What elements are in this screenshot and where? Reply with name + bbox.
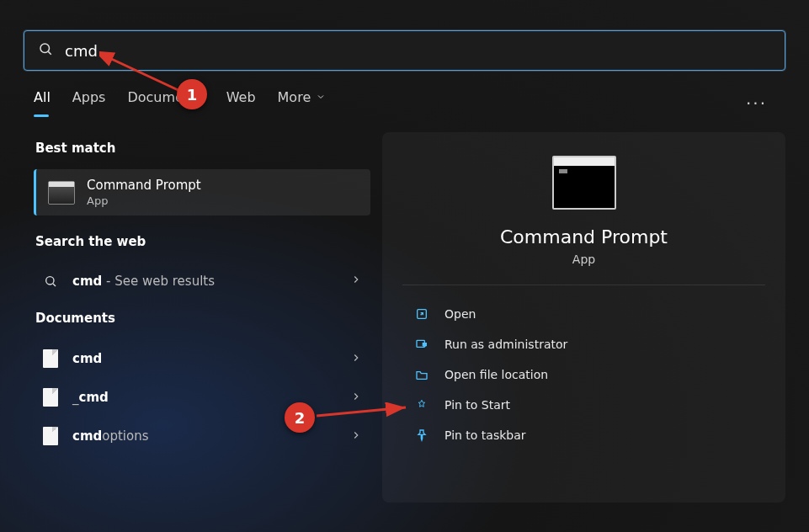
open-icon	[414, 307, 429, 321]
details-title: Command Prompt	[500, 226, 668, 247]
search-box[interactable]	[24, 30, 785, 71]
search-icon	[39, 274, 62, 288]
svg-line-1	[48, 51, 51, 54]
best-match-heading: Best match	[35, 141, 370, 156]
tab-more-label: More	[278, 89, 311, 105]
best-match-title: Command Prompt	[87, 178, 201, 193]
best-match-result[interactable]: Command Prompt App	[34, 169, 370, 215]
pin-icon	[414, 428, 429, 442]
chevron-right-icon	[350, 428, 362, 444]
open-action[interactable]: Open	[402, 299, 765, 329]
document-label: cmdoptions	[72, 428, 350, 444]
web-result-label: cmd - See web results	[72, 274, 350, 289]
tabs-row: All Apps Documents Web More ···	[0, 71, 809, 117]
search-web-heading: Search the web	[35, 234, 370, 249]
document-icon	[39, 349, 62, 368]
tab-all[interactable]: All	[34, 89, 51, 117]
tab-web[interactable]: Web	[226, 89, 256, 117]
action-label: Pin to taskbar	[444, 428, 526, 442]
open-file-location-action[interactable]: Open file location	[402, 359, 765, 390]
more-options-icon[interactable]: ···	[746, 93, 767, 114]
svg-point-0	[40, 44, 50, 53]
chevron-right-icon	[350, 390, 362, 406]
document-result-row[interactable]: cmd	[34, 339, 370, 378]
annotation-callout-2: 2	[285, 402, 315, 433]
document-icon	[39, 427, 62, 445]
details-subtitle: App	[572, 253, 595, 266]
pin-to-taskbar-action[interactable]: Pin to taskbar	[402, 420, 765, 450]
run-as-admin-action[interactable]: Run as administrator	[402, 329, 765, 359]
pin-icon	[414, 398, 429, 412]
chevron-down-icon	[316, 89, 326, 105]
pin-to-start-action[interactable]: Pin to Start	[402, 390, 765, 420]
command-prompt-icon	[552, 156, 616, 210]
details-panel: Command Prompt App Open Run as administr…	[382, 132, 785, 503]
document-result-row[interactable]: _cmd	[34, 378, 370, 417]
folder-icon	[414, 368, 429, 381]
chevron-right-icon	[350, 351, 362, 367]
document-label: cmd	[72, 351, 350, 366]
shield-admin-icon	[414, 338, 429, 351]
action-label: Open file location	[444, 368, 548, 381]
documents-heading: Documents	[35, 311, 370, 326]
svg-line-3	[53, 284, 56, 286]
action-label: Open	[444, 307, 476, 321]
results-left-column: Best match Command Prompt App Search the…	[34, 132, 370, 503]
chevron-right-icon	[350, 273, 362, 289]
search-input[interactable]	[65, 42, 771, 60]
search-icon	[38, 41, 53, 60]
svg-point-2	[46, 276, 54, 284]
annotation-callout-1: 1	[177, 79, 207, 109]
best-match-subtitle: App	[87, 194, 201, 207]
action-label: Pin to Start	[444, 398, 510, 412]
document-label: _cmd	[72, 390, 350, 405]
web-result-row[interactable]: cmd - See web results	[34, 263, 370, 299]
document-icon	[39, 388, 62, 407]
tab-apps[interactable]: Apps	[72, 89, 106, 117]
document-result-row[interactable]: cmdoptions	[34, 417, 370, 455]
tab-more[interactable]: More	[278, 89, 327, 117]
command-prompt-icon	[48, 181, 75, 205]
action-label: Run as administrator	[444, 338, 567, 351]
